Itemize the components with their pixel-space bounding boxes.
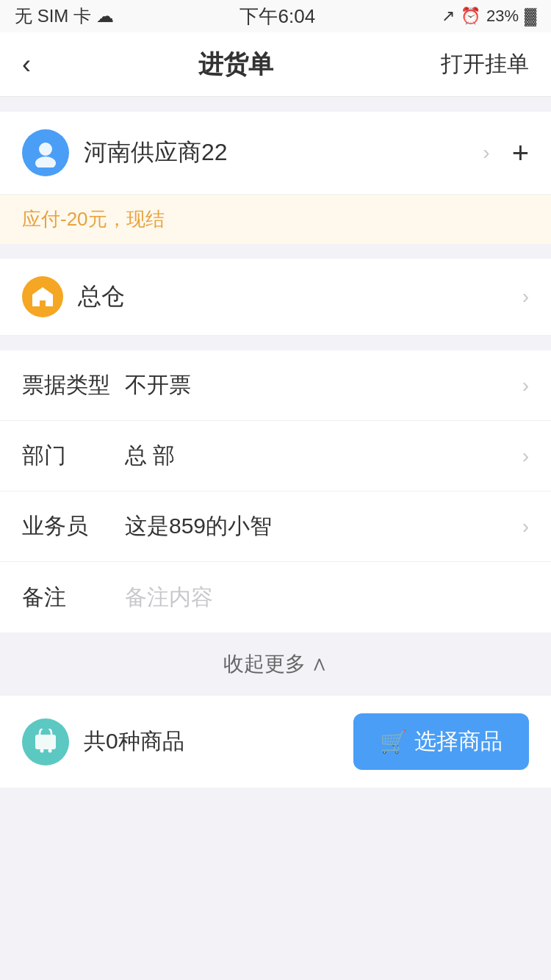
- select-product-button[interactable]: 🛒 选择商品: [353, 713, 529, 770]
- warehouse-divider: [0, 244, 551, 259]
- nav-bar: ‹ 进货单 打开挂单: [0, 32, 551, 97]
- svg-point-1: [35, 156, 56, 167]
- invoice-type-chevron-icon: ›: [522, 374, 529, 397]
- open-pending-button[interactable]: 打开挂单: [441, 49, 529, 79]
- warehouse-row[interactable]: 总仓 ›: [0, 259, 551, 336]
- supplier-chevron-icon: ›: [483, 141, 489, 165]
- svg-point-3: [40, 749, 44, 752]
- warehouse-icon: [22, 276, 63, 317]
- department-row[interactable]: 部门 总 部 ›: [0, 421, 551, 491]
- supplier-section: 河南供应商22 › + 应付-20元，现结: [0, 112, 551, 244]
- supplier-avatar: [22, 129, 69, 176]
- product-icon: [22, 718, 69, 765]
- invoice-type-value: 不开票: [125, 370, 522, 400]
- user-icon: [31, 138, 60, 167]
- product-section: 共0种商品 🛒 选择商品: [0, 696, 551, 788]
- form-section: 票据类型 不开票 › 部门 总 部 › 业务员 这是859的小智 › 备注 备注…: [0, 350, 551, 633]
- salesperson-value: 这是859的小智: [125, 511, 522, 541]
- department-value: 总 部: [125, 441, 522, 471]
- status-bar: 无 SIM 卡 ☁ 下午6:04 ↗ ⏰ 23% ▓: [0, 0, 551, 32]
- product-count: 共0种商品: [84, 727, 353, 757]
- select-icon: 🛒: [380, 729, 407, 754]
- select-label: 选择商品: [414, 727, 503, 757]
- add-supplier-button[interactable]: +: [512, 138, 529, 167]
- warehouse-name: 总仓: [78, 281, 522, 313]
- page-title: 进货单: [198, 48, 273, 82]
- back-button[interactable]: ‹: [22, 49, 31, 80]
- notice-bar: 应付-20元，现结: [0, 195, 551, 244]
- warehouse-section: 总仓 ›: [0, 259, 551, 336]
- note-label: 备注: [22, 583, 125, 613]
- status-right: ↗ ⏰ 23% ▓: [442, 7, 536, 26]
- main-content: 河南供应商22 › + 应付-20元，现结 总仓 › 票据类型 不开票 ›: [0, 97, 551, 832]
- supplier-row[interactable]: 河南供应商22 › +: [0, 112, 551, 195]
- battery-icon: ▓: [525, 7, 536, 26]
- svg-rect-2: [35, 735, 56, 749]
- salesperson-row[interactable]: 业务员 这是859的小智 ›: [0, 491, 551, 562]
- collapse-row[interactable]: 收起更多 ∧: [0, 633, 551, 696]
- invoice-type-label: 票据类型: [22, 370, 125, 400]
- warehouse-chevron-icon: ›: [522, 285, 529, 309]
- department-label: 部门: [22, 441, 125, 471]
- top-divider: [0, 97, 551, 112]
- svg-point-4: [48, 749, 52, 752]
- status-time: 下午6:04: [240, 4, 315, 29]
- cart-icon: [32, 729, 59, 755]
- battery-percent: 23%: [486, 7, 519, 26]
- salesperson-label: 业务员: [22, 511, 125, 541]
- status-left: 无 SIM 卡 ☁: [15, 4, 114, 28]
- note-placeholder[interactable]: 备注内容: [125, 583, 529, 613]
- note-row[interactable]: 备注 备注内容: [0, 562, 551, 633]
- alarm-icon: ⏰: [461, 7, 480, 26]
- notice-text: 应付-20元，现结: [22, 208, 165, 230]
- svg-point-0: [39, 143, 52, 156]
- invoice-type-row[interactable]: 票据类型 不开票 ›: [0, 350, 551, 421]
- location-icon: ↗: [442, 7, 455, 26]
- department-chevron-icon: ›: [522, 444, 529, 468]
- collapse-label: 收起更多 ∧: [223, 650, 328, 678]
- salesperson-chevron-icon: ›: [522, 515, 529, 538]
- product-bar: 共0种商品 🛒 选择商品: [0, 696, 551, 788]
- home-icon: [30, 284, 55, 309]
- supplier-name: 河南供应商22: [84, 137, 483, 169]
